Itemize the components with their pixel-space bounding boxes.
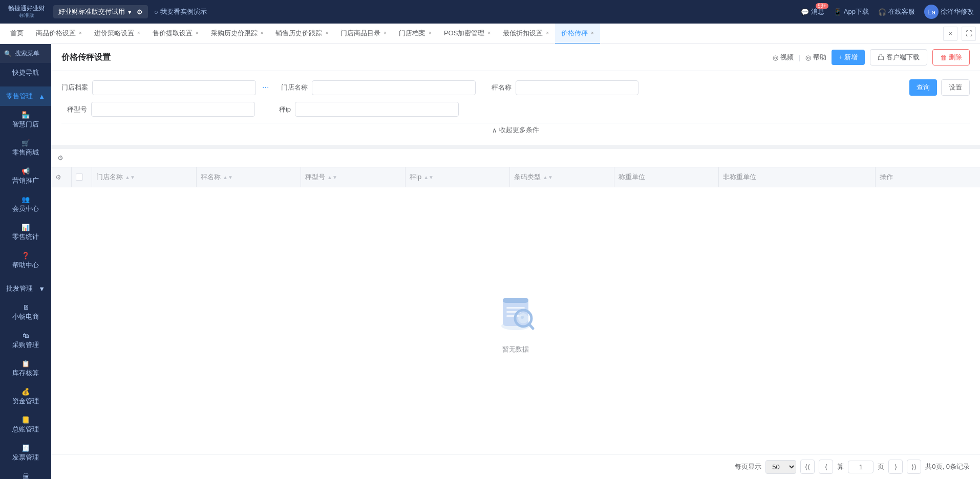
tab-product-price[interactable]: 商品价格设置 × [30, 24, 88, 44]
last-page-icon: ⟩⟩ [911, 463, 917, 471]
video-link[interactable]: ◎ 视频 [773, 53, 794, 62]
close-icon[interactable]: × [487, 30, 491, 36]
query-label: 查询 [917, 83, 930, 92]
close-icon[interactable]: × [429, 30, 432, 36]
store-archive-input[interactable] [92, 80, 256, 95]
next-page-button[interactable]: ⟩ [888, 460, 903, 474]
tab-purchase-strategy-label: 进价策略设置 [94, 29, 134, 38]
per-page-select[interactable]: 10 20 50 100 [765, 460, 796, 474]
scale-model-input[interactable] [91, 102, 255, 117]
prev-page-button[interactable]: ⟨ [819, 460, 833, 474]
version-selector[interactable]: 好业财标准版交付试用 ▾ ⚙ [53, 5, 148, 18]
operations-header: 操作 [880, 172, 893, 182]
headset-icon: 🎧 [878, 8, 886, 16]
help-link[interactable]: ◎ 帮助 [805, 53, 826, 62]
sort-icon[interactable]: ▲▼ [223, 175, 233, 180]
add-button[interactable]: + 新增 [832, 50, 865, 65]
scale-name-input[interactable] [516, 80, 638, 95]
settings-icon[interactable]: ⚙ [137, 8, 143, 16]
page-input[interactable] [848, 461, 874, 473]
tab-sale-history[interactable]: 销售历史价跟踪 × [269, 24, 334, 44]
tab-store-archive[interactable]: 门店档案 × [393, 24, 438, 44]
sidebar-item-member[interactable]: 👥 会员中心 [0, 190, 51, 219]
sidebar-item-shortcut[interactable]: 快捷导航 [0, 63, 51, 82]
version-label: 好业财标准版交付试用 [58, 7, 125, 16]
sidebar-item-retail-mall[interactable]: 🛒 零售商城 [0, 134, 51, 162]
sidebar-item-label: 零售统计 [12, 232, 39, 242]
close-window-button[interactable]: × [943, 27, 957, 41]
table-settings-icon[interactable]: ⚙ [57, 154, 63, 162]
sidebar-search[interactable]: 🔍 搜索菜单 [0, 44, 51, 63]
last-page-button[interactable]: ⟩⟩ [907, 460, 921, 474]
ellipsis-icon[interactable]: ··· [260, 83, 271, 92]
message-button[interactable]: 💬 消息 99+ [801, 7, 824, 16]
query-button[interactable]: 查询 [909, 79, 937, 96]
maximize-button[interactable]: ⛶ [962, 27, 976, 41]
tab-store-catalog-label: 门店商品目录 [340, 29, 380, 38]
close-icon[interactable]: × [546, 30, 549, 36]
prev-page-icon: ⟨ [825, 463, 827, 471]
close-icon[interactable]: × [261, 30, 264, 36]
download-button[interactable]: 凸 客户端下载 [870, 49, 927, 66]
sidebar-item-ecommerce[interactable]: 🖥 小畅电商 [0, 298, 51, 326]
th-checkbox[interactable] [72, 167, 92, 187]
close-icon[interactable]: × [591, 30, 594, 36]
demo-link[interactable]: ○ 我要看实例演示 [154, 7, 207, 16]
sidebar-item-tax[interactable]: 🏛 税务管理 [0, 467, 51, 479]
sidebar-item-invoice[interactable]: 🧾 发票管理 [0, 439, 51, 467]
page-label: 算 [837, 462, 844, 471]
select-all-checkbox[interactable] [76, 173, 83, 181]
expand-icon: ▲ [38, 93, 45, 100]
user-menu[interactable]: Ea 徐泽华修改 [924, 5, 974, 19]
sort-icon[interactable]: ▲▼ [327, 175, 337, 180]
store-name-input[interactable] [312, 80, 476, 95]
sidebar-item-ledger[interactable]: 📒 总账管理 [0, 411, 51, 439]
sort-icon[interactable]: ▲▼ [543, 175, 553, 180]
sidebar-item-retail[interactable]: 零售管理 ▲ [0, 86, 51, 106]
filter-row-1: 门店档案 ··· 门店名称 秤名称 查询 设置 [61, 79, 970, 96]
close-icon[interactable]: × [384, 30, 387, 36]
close-icon[interactable]: × [137, 30, 140, 36]
sidebar-item-help[interactable]: ❓ 帮助中心 [0, 247, 51, 275]
delete-button[interactable]: 🗑 删除 [932, 49, 970, 66]
scale-ip-input[interactable] [295, 102, 459, 117]
download-icon: 📱 [834, 8, 842, 16]
sort-icon[interactable]: ▲▼ [423, 175, 434, 180]
tab-purchase-strategy[interactable]: 进价策略设置 × [88, 24, 146, 44]
sidebar-item-label: 资金管理 [12, 397, 39, 406]
sidebar-item-inventory[interactable]: 📋 库存核算 [0, 355, 51, 383]
tab-home[interactable]: 首页 [4, 24, 30, 44]
barcode-type-header: 条码类型 [514, 172, 541, 182]
sidebar-item-finance[interactable]: 💰 资金管理 [0, 383, 51, 411]
download-label: 凸 客户端下载 [878, 53, 920, 62]
sidebar-item-purchase[interactable]: 🛍 采购管理 [0, 326, 51, 355]
first-page-button[interactable]: ⟨⟨ [800, 460, 815, 474]
sidebar-item-marketing[interactable]: 📢 营销推广 [0, 162, 51, 190]
close-icon[interactable]: × [196, 30, 199, 36]
close-icon[interactable]: × [325, 30, 328, 36]
sidebar: 🔍 搜索菜单 快捷导航 零售管理 ▲ 🏪 智慧门店 🛒 零售商城 📢 营销推广 … [0, 44, 51, 479]
tab-purchase-history[interactable]: 采购历史价跟踪 × [205, 24, 270, 44]
tab-min-discount[interactable]: 最低折扣设置 × [497, 24, 555, 44]
th-scale-name: 秤名称 ▲▼ [197, 167, 301, 187]
app-download-button[interactable]: 📱 App下载 [834, 7, 869, 16]
tab-store-catalog[interactable]: 门店商品目录 × [334, 24, 393, 44]
sidebar-item-retail-stats[interactable]: 📊 零售统计 [0, 219, 51, 247]
tab-sale-price[interactable]: 售价提取设置 × [146, 24, 205, 44]
collapse-button[interactable]: ∧ 收起更多条件 [61, 123, 970, 137]
sidebar-item-label: 会员中心 [12, 204, 39, 213]
logo-title: 畅捷通好业财 [8, 5, 45, 12]
tab-price-scale[interactable]: 价格传秤 × [555, 24, 600, 44]
pagination: 每页显示 10 20 50 100 ⟨⟨ ⟨ 算 页 ⟩ ⟩⟩ 共0页, 0条记… [51, 454, 980, 479]
sidebar-item-wholesale[interactable]: 批发管理 ▼ [0, 279, 51, 298]
settings-button[interactable]: 设置 [941, 79, 970, 96]
scale-name-label: 秤名称 [486, 83, 512, 92]
user-initials: Ea [927, 8, 935, 16]
message-badge: 99+ [816, 3, 828, 9]
sort-icon[interactable]: ▲▼ [125, 175, 135, 180]
close-icon[interactable]: × [79, 30, 82, 36]
sidebar-item-smart-store[interactable]: 🏪 智慧门店 [0, 106, 51, 134]
online-service-button[interactable]: 🎧 在线客服 [878, 7, 915, 16]
tab-pos[interactable]: POS加密管理 × [438, 24, 497, 44]
help-icon: ❓ [22, 252, 30, 259]
